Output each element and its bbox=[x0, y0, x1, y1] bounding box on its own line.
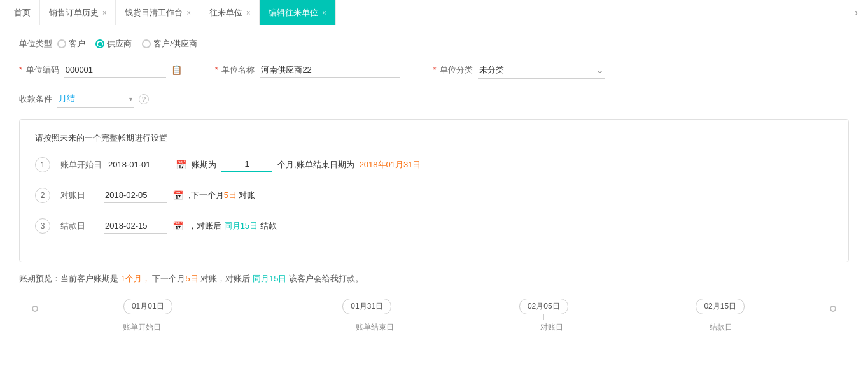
unit-code-calendar-icon[interactable]: 📋 bbox=[171, 65, 182, 75]
radio-customer[interactable]: 客户 bbox=[57, 38, 85, 50]
step-row-1: 1 账单开始日 📅 账期为 个月,账单结束日期为 2018年01月31日 bbox=[35, 157, 833, 172]
timeline-row: 01月01日 01月31日 02月05日 02月15日 bbox=[32, 299, 836, 320]
timeline-label-wrapper-2: 账单结束日 bbox=[356, 322, 394, 333]
step-content-2: 对账日 📅 ,下一个月5日 对账 bbox=[60, 188, 255, 203]
required-star-name: * bbox=[215, 65, 218, 74]
timeline-start-dot bbox=[32, 306, 38, 312]
tabs-more-button[interactable]: › bbox=[850, 7, 863, 18]
payment-terms-value: 月结 bbox=[59, 93, 127, 104]
step-date-input-2[interactable] bbox=[104, 188, 167, 203]
step-content-3: 结款日 📅 ，对账后 同月15日 结款 bbox=[60, 218, 277, 234]
timeline-line-4 bbox=[568, 309, 696, 309]
radio-group-unit-type: 客户 供应商 客户/供应商 bbox=[57, 38, 197, 50]
timeline-badge-2: 01月31日 bbox=[342, 299, 391, 314]
timeline-label-wrapper-3: 对账日 bbox=[540, 322, 563, 333]
step-num-2: 2 bbox=[35, 188, 50, 203]
unit-category-group: * 单位分类 未分类 ⌄ bbox=[433, 61, 605, 79]
period-desc-prefix: 账期为 bbox=[192, 159, 216, 171]
radio-circle-customer bbox=[57, 39, 66, 48]
preview-highlight3: 同月15日 bbox=[253, 274, 286, 283]
step-2-desc: ,下一个月5日 对账 bbox=[188, 190, 255, 201]
timeline-label-wrapper-1: 账单开始日 bbox=[123, 322, 161, 333]
category-dropdown-icon: ⌄ bbox=[596, 64, 604, 76]
preview-highlight2: 5日 bbox=[185, 274, 198, 283]
step-date-input-1[interactable] bbox=[107, 157, 171, 172]
timeline-badge-4: 02月15日 bbox=[696, 299, 745, 314]
period-value-input[interactable] bbox=[221, 157, 272, 172]
step-calendar-icon-2[interactable]: 📅 bbox=[172, 190, 183, 201]
tab-close-sales-history[interactable]: × bbox=[102, 9, 106, 17]
timeline-end-dot bbox=[830, 306, 836, 312]
step-calendar-icon-3[interactable]: 📅 bbox=[172, 221, 183, 231]
radio-label-customer: 客户 bbox=[69, 38, 85, 50]
step-label-2: 对账日 bbox=[60, 190, 99, 201]
tab-edit-partner[interactable]: 编辑往来单位 × bbox=[260, 0, 335, 25]
unit-category-value: 未分类 bbox=[479, 64, 596, 76]
unit-name-label: * 单位名称 bbox=[215, 64, 255, 76]
payment-terms-group: 收款条件 月结 ▾ ? bbox=[19, 90, 149, 108]
unit-name-group: * 单位名称 bbox=[215, 62, 400, 78]
radio-label-supplier: 供应商 bbox=[107, 38, 132, 50]
tab-partner-unit[interactable]: 往来单位 × bbox=[200, 0, 260, 25]
step-row-3: 3 结款日 📅 ，对账后 同月15日 结款 bbox=[35, 218, 833, 234]
step-date-input-3[interactable] bbox=[104, 218, 167, 234]
step-3-day: 同月15日 bbox=[224, 221, 258, 230]
required-star-category: * bbox=[433, 65, 436, 74]
timeline-tick-4 bbox=[720, 314, 720, 320]
timeline-line-1 bbox=[38, 309, 123, 309]
tab-sales-history[interactable]: 销售订单历史 × bbox=[40, 0, 116, 25]
tab-close-cash-work[interactable]: × bbox=[186, 9, 190, 17]
unit-code-group: * 单位编码 📋 bbox=[19, 62, 182, 78]
radio-supplier[interactable]: 供应商 bbox=[95, 38, 132, 50]
radio-dot-supplier bbox=[98, 42, 102, 46]
tab-home[interactable]: 首页 bbox=[5, 0, 40, 25]
radio-label-customer-supplier: 客户/供应商 bbox=[153, 38, 197, 50]
timeline-line-2 bbox=[172, 309, 343, 309]
card-title: 请按照未来的一个完整帐期进行设置 bbox=[35, 132, 833, 144]
preview-suffix: 该客户会给我打款。 bbox=[289, 274, 363, 283]
timeline-labels-row: 账单开始日 账单结束日 对账日 结款日 bbox=[32, 322, 836, 333]
timeline-badge-3: 02月05日 bbox=[519, 299, 568, 314]
payment-terms-label: 收款条件 bbox=[19, 94, 52, 105]
unit-code-input[interactable] bbox=[64, 62, 166, 78]
unit-category-label: * 单位分类 bbox=[433, 64, 473, 76]
unit-category-select[interactable]: 未分类 ⌄ bbox=[478, 61, 605, 79]
period-end-date: 2018年01月31日 bbox=[360, 159, 421, 171]
timeline-container: 01月01日 01月31日 02月05日 02月15日 bbox=[19, 299, 849, 365]
preview-highlight1: 1个月， bbox=[121, 274, 150, 283]
step-2-day: 5日 bbox=[224, 190, 237, 200]
timeline-point-4: 02月15日 bbox=[696, 299, 745, 320]
period-unit-text: 个月,账单结束日期为 bbox=[277, 159, 354, 171]
tab-close-partner-unit[interactable]: × bbox=[246, 9, 250, 17]
unit-type-label: 单位类型 bbox=[19, 38, 52, 50]
timeline-line-5 bbox=[745, 309, 830, 309]
preview-section: 账期预览：当前客户账期是 1个月， 下一个月5日 对账，对账后 同月15日 该客… bbox=[19, 272, 849, 286]
timeline-tick-1 bbox=[148, 314, 148, 320]
step-3-desc: ，对账后 同月15日 结款 bbox=[188, 220, 277, 232]
timeline-label-wrapper-4: 结款日 bbox=[710, 322, 732, 333]
timeline-point-2: 01月31日 bbox=[342, 299, 391, 320]
step-content-1: 账单开始日 📅 账期为 个月,账单结束日期为 2018年01月31日 bbox=[60, 157, 421, 172]
tab-close-edit-partner[interactable]: × bbox=[322, 9, 326, 17]
timeline-point-3: 02月05日 bbox=[519, 299, 568, 320]
timeline-label-1: 账单开始日 bbox=[123, 322, 161, 333]
timeline-line-3 bbox=[391, 309, 519, 309]
radio-circle-supplier bbox=[95, 39, 104, 48]
unit-name-input[interactable] bbox=[260, 62, 400, 78]
radio-customer-supplier[interactable]: 客户/供应商 bbox=[142, 38, 197, 50]
tabs-bar: 首页 销售订单历史 × 钱货日清工作台 × 往来单位 × 编辑往来单位 × › bbox=[0, 0, 868, 25]
step-num-3: 3 bbox=[35, 218, 50, 234]
step-row-2: 2 对账日 📅 ,下一个月5日 对账 bbox=[35, 188, 833, 203]
preview-middle1: 下一个月 bbox=[152, 274, 185, 283]
timeline-label-4: 结款日 bbox=[710, 322, 732, 333]
preview-middle2: 对账，对账后 bbox=[200, 274, 253, 283]
tab-cash-work[interactable]: 钱货日清工作台 × bbox=[116, 0, 200, 25]
timeline-label-3: 对账日 bbox=[540, 322, 563, 333]
step-calendar-icon-1[interactable]: 📅 bbox=[176, 160, 186, 170]
step-num-1: 1 bbox=[35, 157, 50, 172]
payment-terms-help-icon[interactable]: ? bbox=[139, 94, 149, 104]
payment-terms-dropdown-icon: ▾ bbox=[129, 95, 132, 102]
payment-terms-row: 收款条件 月结 ▾ ? bbox=[19, 90, 849, 108]
payment-terms-select[interactable]: 月结 ▾ bbox=[57, 90, 134, 108]
step-label-1: 账单开始日 bbox=[60, 159, 102, 171]
